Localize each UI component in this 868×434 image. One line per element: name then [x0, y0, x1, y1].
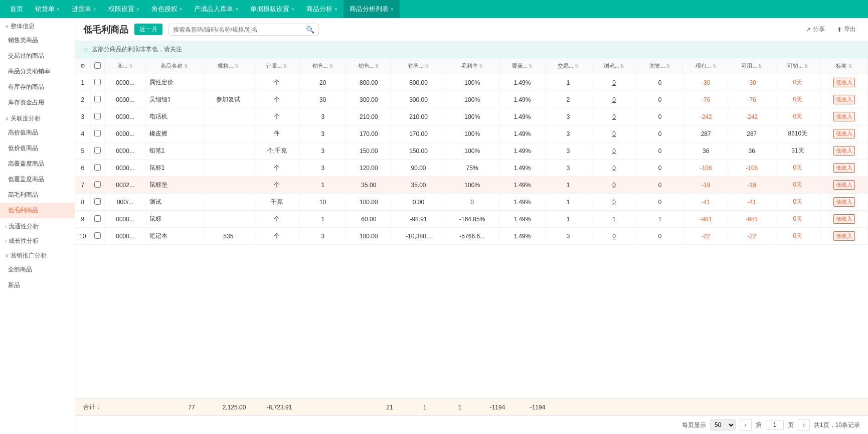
sort-icon[interactable]: ⇅: [374, 64, 380, 69]
row-checkbox[interactable]: [94, 232, 101, 239]
sort-icon[interactable]: ⇅: [127, 64, 133, 69]
sort-icon[interactable]: ⇅: [573, 64, 579, 69]
close-icon[interactable]: ×: [291, 7, 294, 12]
row-checkbox[interactable]: [94, 181, 101, 188]
close-icon[interactable]: ×: [391, 7, 394, 12]
nav-item-商品分析[interactable]: 商品分析×: [300, 0, 343, 18]
row-checkbox[interactable]: [94, 113, 101, 119]
browse-link[interactable]: 0: [612, 182, 616, 189]
next-page-button[interactable]: ›: [798, 419, 810, 431]
nav-item-权限设置[interactable]: 权限设置×: [102, 0, 145, 18]
sidebar-item-高覆盖度商品[interactable]: 高覆盖度商品: [0, 156, 75, 172]
col-header-sales_profit[interactable]: 销售... ⇅: [392, 58, 445, 74]
col-header-checkbox[interactable]: [90, 58, 104, 74]
sidebar-item-低覆盖度商品[interactable]: 低覆盖度商品: [0, 172, 75, 187]
sidebar-item-低毛利商品[interactable]: 低毛利商品: [0, 203, 75, 218]
col-header-tag[interactable]: 标签 ⇅: [821, 58, 868, 74]
row-checkbox[interactable]: [94, 96, 101, 102]
sidebar-section-成长性分析[interactable]: ›成长性分析: [0, 233, 75, 247]
browse-link[interactable]: 0: [612, 113, 616, 120]
row-checkbox[interactable]: [94, 147, 101, 154]
per-page-select[interactable]: 50 100 200: [710, 419, 736, 430]
nav-item-销货单[interactable]: 销货单×: [29, 0, 66, 18]
search-input[interactable]: [173, 26, 306, 33]
col-header-usable_stock[interactable]: 可用... ⇅: [729, 58, 775, 74]
sidebar-item-库存资金占用[interactable]: 库存资金占用: [0, 95, 75, 110]
sort-icon[interactable]: ⇅: [528, 64, 533, 69]
sidebar-item-高毛利商品[interactable]: 高毛利商品: [0, 187, 75, 203]
row-checkbox[interactable]: [94, 130, 101, 136]
col-header-name[interactable]: 商品名称 ⇅: [146, 58, 203, 74]
browse-link[interactable]: 0: [612, 130, 616, 137]
browse-link[interactable]: 0: [612, 96, 616, 103]
sort-icon[interactable]: ⇅: [665, 64, 670, 69]
nav-item-进货单[interactable]: 进货单×: [66, 0, 102, 18]
sidebar-item-交易过的商品[interactable]: 交易过的商品: [0, 48, 75, 64]
browse-link[interactable]: 0: [612, 165, 616, 172]
col-header-current_stock[interactable]: 现有... ⇅: [683, 58, 729, 74]
sort-icon[interactable]: ⇅: [424, 64, 429, 69]
col-header-browse2[interactable]: 浏览... ⇅: [637, 58, 683, 74]
close-icon[interactable]: ×: [235, 7, 238, 12]
row-checkbox[interactable]: [94, 79, 101, 85]
close-icon[interactable]: ×: [136, 7, 139, 12]
col-header-unit[interactable]: 计量... ⇅: [254, 58, 300, 74]
sidebar-item-低价值商品[interactable]: 低价值商品: [0, 140, 75, 156]
close-icon[interactable]: ×: [334, 7, 337, 12]
close-icon[interactable]: ×: [93, 7, 96, 12]
sort-icon[interactable]: ⇅: [282, 64, 288, 69]
sort-icon[interactable]: ⇅: [234, 64, 239, 69]
prev-page-button[interactable]: ‹: [740, 419, 752, 431]
sidebar-section-关联度分析[interactable]: ∨关联度分析: [0, 110, 75, 125]
cell-browse1: 0: [591, 194, 637, 211]
col-header-coverage[interactable]: 覆盖... ⇅: [499, 58, 546, 74]
sidebar-section-流通性分析[interactable]: ›流通性分析: [0, 218, 75, 233]
nav-item-产成品入库单[interactable]: 产成品入库单×: [188, 0, 244, 18]
sidebar-item-销售类商品[interactable]: 销售类商品: [0, 33, 75, 48]
sidebar-section-整体信息[interactable]: ∨整体信息: [0, 18, 75, 33]
select-all-checkbox[interactable]: [94, 62, 101, 69]
sort-icon[interactable]: ⇅: [757, 64, 763, 69]
col-header-spec[interactable]: 规格... ⇅: [203, 58, 254, 74]
browse-link[interactable]: 0: [612, 233, 616, 240]
browse-link[interactable]: 0: [612, 79, 616, 86]
col-header-trade_count[interactable]: 交易... ⇅: [545, 58, 591, 74]
page-number-input[interactable]: [766, 420, 784, 430]
sort-icon[interactable]: ⇅: [619, 64, 625, 69]
col-header-browse1[interactable]: 浏览... ⇅: [591, 58, 637, 74]
sidebar-item-商品分类助销率[interactable]: 商品分类助销率: [0, 64, 75, 79]
nav-item-商品分析列表[interactable]: 商品分析列表×: [343, 0, 400, 18]
search-icon[interactable]: 🔍: [306, 26, 314, 34]
sort-icon[interactable]: ⇅: [328, 64, 333, 69]
share-button[interactable]: ↗ 分享: [802, 23, 829, 36]
sort-icon[interactable]: ⇅: [803, 64, 808, 69]
sidebar-item-全部商品[interactable]: 全部商品: [0, 262, 75, 277]
sidebar-section-营销推广分析[interactable]: ∨营销推广分析: [0, 247, 75, 262]
time-filter-button[interactable]: 近一月: [134, 24, 162, 35]
close-icon[interactable]: ×: [180, 7, 183, 12]
nav-item-首页[interactable]: 首页: [4, 0, 29, 18]
sort-icon[interactable]: ⇅: [847, 64, 852, 69]
row-checkbox[interactable]: [94, 215, 101, 222]
export-button[interactable]: ⬆ 导出: [833, 23, 860, 36]
sidebar-item-有库存的商品[interactable]: 有库存的商品: [0, 79, 75, 95]
browse-link[interactable]: 0: [612, 148, 616, 155]
browse-link[interactable]: 1: [612, 216, 616, 223]
close-icon[interactable]: ×: [57, 7, 60, 12]
nav-item-角色授权[interactable]: 角色授权×: [145, 0, 189, 18]
col-header-code[interactable]: 商... ⇅: [104, 58, 146, 74]
col-header-gross_margin[interactable]: 毛利率 ⇅: [445, 58, 499, 74]
browse-link[interactable]: 0: [612, 199, 616, 206]
sidebar-item-高价值商品[interactable]: 高价值商品: [0, 125, 75, 140]
nav-item-单据模板设置[interactable]: 单据模板设置×: [244, 0, 300, 18]
sort-icon[interactable]: ⇅: [183, 64, 188, 69]
row-checkbox[interactable]: [94, 198, 101, 205]
sidebar-item-新品[interactable]: 新品: [0, 277, 75, 293]
col-header-sellable_days[interactable]: 可销... ⇅: [775, 58, 821, 74]
sort-icon[interactable]: ⇅: [711, 64, 717, 69]
col-header-sales_amount[interactable]: 销售... ⇅: [346, 58, 392, 74]
col-header-sales_qty[interactable]: 销售... ⇅: [300, 58, 346, 74]
col-header-settings[interactable]: ⚙: [75, 58, 90, 74]
sort-icon[interactable]: ⇅: [478, 64, 483, 69]
row-checkbox[interactable]: [94, 164, 101, 171]
